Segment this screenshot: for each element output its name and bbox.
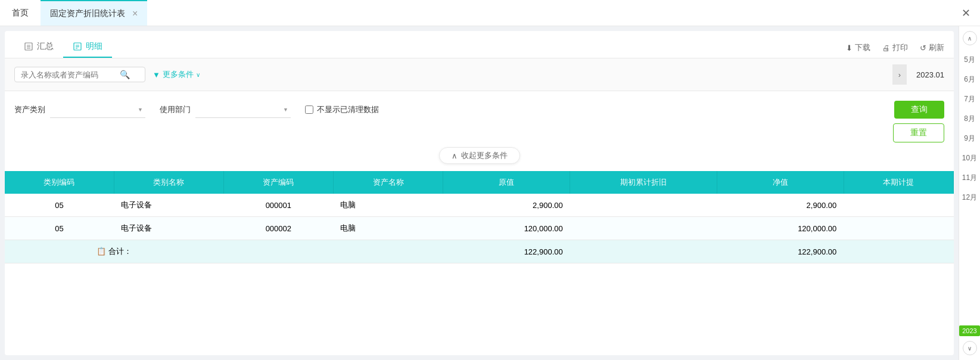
filter-area: 资产类别 使用部门 — [5, 91, 954, 171]
refresh-icon: ↺ — [920, 44, 926, 52]
th-accumulated-depreciation: 期初累计折旧 — [570, 171, 717, 194]
th-asset-name: 资产名称 — [333, 171, 443, 194]
cell-net-value: 120,000.00 — [717, 217, 844, 240]
tab-summary-label: 汇总 — [37, 41, 54, 52]
summary-icon: 📋 — [97, 247, 106, 256]
nav-tab-title: 固定资产折旧统计表 — [50, 8, 125, 19]
toolbar-right: ⬇ 下载 🖨 打印 ↺ 刷新 — [846, 42, 944, 53]
print-button[interactable]: 🖨 打印 — [882, 42, 908, 53]
summary-tab-icon — [24, 42, 33, 51]
chevron-down-icon: ∨ — [196, 72, 200, 78]
refresh-label: 刷新 — [929, 42, 944, 53]
sidebar-month-9[interactable]: 9月 — [959, 129, 980, 148]
reset-button[interactable]: 重置 — [893, 123, 944, 142]
cell-net-value: 2,900.00 — [717, 194, 844, 217]
asset-type-label: 资产类别 — [14, 104, 45, 115]
th-net-value: 净值 — [717, 171, 844, 194]
cell-category-name: 电子设备 — [114, 194, 223, 217]
summary-asset-code — [223, 240, 333, 263]
summary-asset-name — [333, 240, 443, 263]
search-bar: 🔍 ▼ 更多条件 ∨ › 2023.01 — [5, 58, 954, 91]
nav-home[interactable]: 首页 — [0, 0, 41, 26]
no-cleared-checkbox[interactable] — [305, 105, 313, 114]
tab-summary[interactable]: 汇总 — [14, 41, 63, 58]
th-original-value: 原值 — [443, 171, 570, 194]
asset-type-filter: 资产类别 — [14, 101, 145, 118]
window-close-button[interactable]: ✕ — [962, 7, 970, 20]
cell-current-depreciation — [844, 217, 953, 240]
arrow-right-icon: › — [898, 70, 901, 79]
cell-original-value: 120,000.00 — [443, 217, 570, 240]
department-select[interactable] — [195, 101, 291, 118]
year-badge[interactable]: 2023 — [959, 325, 979, 336]
collapse-button[interactable]: ∧ 收起更多条件 — [439, 147, 520, 164]
chevron-up-icon: ∧ — [452, 151, 458, 160]
cell-original-value: 2,900.00 — [443, 194, 570, 217]
right-sidebar: ∧ 5月 6月 7月 8月 9月 10月 11月 12月 2023 ∨ — [959, 26, 980, 360]
department-select-wrap[interactable] — [195, 101, 291, 118]
cell-category-code: 05 — [5, 194, 114, 217]
th-category-name: 类别名称 — [114, 171, 223, 194]
sidebar-month-6[interactable]: 6月 — [959, 70, 980, 89]
main-table: 类别编码 类别名称 资产编码 资产名称 原值 期初累计折旧 净值 本期计提 05… — [5, 171, 954, 263]
department-filter: 使用部门 — [160, 101, 291, 118]
th-category-code: 类别编码 — [5, 171, 114, 194]
search-input[interactable] — [21, 70, 116, 79]
th-asset-code: 资产编码 — [223, 171, 333, 194]
sidebar-month-12[interactable]: 12月 — [959, 188, 980, 207]
department-label: 使用部门 — [160, 104, 191, 115]
cell-accumulated-depreciation — [570, 217, 717, 240]
asset-type-select-wrap[interactable] — [50, 101, 145, 118]
tab-detail-label: 明细 — [86, 41, 102, 52]
sidebar-month-11[interactable]: 11月 — [959, 168, 980, 188]
asset-type-select[interactable] — [50, 101, 145, 118]
cell-accumulated-depreciation — [570, 194, 717, 217]
nav-tab-fixed-assets[interactable]: 固定资产折旧统计表 × — [41, 0, 147, 26]
download-label: 下载 — [855, 42, 870, 53]
search-icon: 🔍 — [120, 70, 130, 79]
summary-current-depreciation — [844, 240, 953, 263]
summary-label: 📋合计： — [5, 240, 223, 263]
table-wrapper: 类别编码 类别名称 资产编码 资产名称 原值 期初累计折旧 净值 本期计提 05… — [5, 171, 954, 355]
more-conditions-label: 更多条件 — [163, 69, 194, 80]
sidebar-month-7[interactable]: 7月 — [959, 89, 980, 109]
more-conditions-button[interactable]: ▼ 更多条件 ∨ — [153, 69, 200, 80]
no-cleared-checkbox-item[interactable]: 不显示已清理数据 — [305, 104, 379, 115]
summary-original-value: 122,900.00 — [443, 240, 570, 263]
download-button[interactable]: ⬇ 下载 — [846, 42, 870, 53]
query-button[interactable]: 查询 — [894, 101, 944, 119]
table-header-row: 类别编码 类别名称 资产编码 资产名称 原值 期初累计折旧 净值 本期计提 — [5, 171, 954, 194]
content-wrapper: 汇总 明细 ⬇ 下载 — [5, 31, 954, 355]
summary-net-value: 122,900.00 — [717, 240, 844, 263]
collapse-bar: ∧ 收起更多条件 — [14, 142, 944, 171]
cell-category-code: 05 — [5, 217, 114, 240]
nav-tab-close-icon[interactable]: × — [132, 8, 138, 19]
sidebar-down-button[interactable]: ∨ — [963, 341, 977, 355]
sub-tabs-bar: 汇总 明细 ⬇ 下载 — [5, 31, 954, 58]
cell-asset-name: 电脑 — [333, 217, 443, 240]
table-summary-row: 📋合计： 122,900.00 122,900.00 — [5, 240, 954, 263]
sidebar-month-10[interactable]: 10月 — [959, 148, 980, 168]
sidebar-up-button[interactable]: ∧ — [963, 31, 977, 45]
sidebar-month-5[interactable]: 5月 — [959, 50, 980, 70]
refresh-button[interactable]: ↺ 刷新 — [920, 42, 944, 53]
cell-category-name: 电子设备 — [114, 217, 223, 240]
summary-accumulated-depreciation — [570, 240, 717, 263]
sidebar-month-8[interactable]: 8月 — [959, 109, 980, 129]
period-nav-arrow[interactable]: › — [892, 64, 907, 85]
cell-asset-code: 000002 — [223, 217, 333, 240]
table-row: 05 电子设备 000001 电脑 2,900.00 2,900.00 — [5, 194, 954, 217]
filter-icon: ▼ — [153, 70, 160, 79]
table-row: 05 电子设备 000002 电脑 120,000.00 120,000.00 — [5, 217, 954, 240]
no-cleared-label: 不显示已清理数据 — [317, 104, 379, 115]
download-icon: ⬇ — [846, 44, 853, 52]
action-buttons: 查询 — [894, 101, 944, 119]
cell-current-depreciation — [844, 194, 953, 217]
tab-detail[interactable]: 明细 — [63, 41, 112, 58]
cell-asset-code: 000001 — [223, 194, 333, 217]
search-input-wrap[interactable]: 🔍 — [14, 67, 145, 82]
period-display: 2023.01 — [916, 70, 944, 79]
print-label: 打印 — [892, 42, 908, 53]
top-nav: 首页 固定资产折旧统计表 × ✕ — [0, 0, 980, 26]
filter-row: 资产类别 使用部门 — [14, 101, 944, 119]
